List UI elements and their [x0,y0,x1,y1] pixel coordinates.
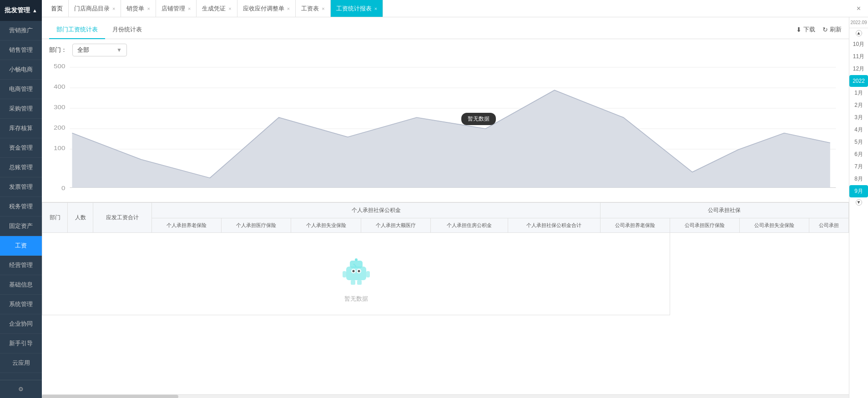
chart-container: 500 400 300 200 100 0 [49,61,842,197]
month-item-8[interactable]: 8月 [849,173,868,185]
col-dept: 部门 [42,203,68,233]
year-label: 2022.09 [850,20,867,25]
sidebar-item-xsyd[interactable]: 新手引导 [0,334,42,353]
sidebar-header[interactable]: 批发管理 ▲ [0,0,42,21]
col-company-unemployment: 公司承担失业保险 [740,218,809,233]
svg-text:200: 200 [54,124,65,131]
dept-select[interactable]: 全部 ▼ [72,44,127,56]
tab-shop-mgmt-close[interactable]: × [188,6,191,11]
sidebar-item-gz[interactable]: 工资 [0,236,42,256]
tab-salary-report-close[interactable]: × [374,6,377,11]
svg-rect-13 [343,271,346,277]
scroll-down-button[interactable]: ▼ [856,199,862,206]
download-button[interactable]: ⬇ 下载 [796,23,815,36]
month-item-7[interactable]: 7月 [849,161,868,173]
month-item-6[interactable]: 6月 [849,148,868,161]
close-all-icon: × [857,5,861,13]
tab-shop-mgmt[interactable]: 店铺管理 × [156,0,197,17]
tab-close-all-button[interactable]: × [853,5,864,13]
toolbar-right: ⬇ 下载 ↻ 刷新 [796,23,842,39]
tab-ar-ap-close[interactable]: × [287,6,290,11]
sub-tab-bar: 部门工资统计表 月份统计表 ⬇ 下载 ↻ 刷新 [42,17,849,39]
sidebar-item-xcdcs[interactable]: 小畅电商 [0,60,42,80]
svg-rect-16 [357,280,362,285]
sub-tab-dept-stats[interactable]: 部门工资统计表 [49,23,105,39]
sidebar-item-dscgl[interactable]: 电商管理 [0,80,42,99]
sidebar-title: 批发管理 [5,6,30,15]
chevron-down-icon: ▼ [116,47,122,53]
month-item-11[interactable]: 11月 [849,50,868,63]
col-personal-large-medical: 个人承担大额医疗 [361,218,430,233]
sidebar-item-yyyp[interactable]: 云应用 [0,353,42,373]
refresh-button[interactable]: ↻ 刷新 [823,23,842,36]
svg-point-20 [352,270,354,272]
horizontal-scrollbar[interactable] [42,394,849,398]
salary-table[interactable]: 部门 人数 应发工资合计 个人承担社保公积金 公司承担社保 个人承担养老保险 个… [42,202,849,394]
tab-shop-mgmt-label: 店铺管理 [161,5,185,13]
sidebar-item-fpgl[interactable]: 发票管理 [0,177,42,197]
sidebar-item-kchs[interactable]: 库存核算 [0,119,42,138]
sidebar-item-yxytg[interactable]: 营销推广 [0,21,42,40]
content-area: 部门工资统计表 月份统计表 ⬇ 下载 ↻ 刷新 [42,17,849,398]
svg-rect-14 [366,271,370,277]
sidebar-arrow-icon: ▲ [32,8,37,13]
sidebar-item-xtgl[interactable]: 系统管理 [0,295,42,314]
chart-area: 500 400 300 200 100 0 [42,61,849,202]
tab-salary[interactable]: 工资表 × [296,0,330,17]
sidebar-settings-button[interactable]: ⚙ [0,380,42,398]
month-item-10[interactable]: 10月 [849,38,868,50]
tab-produce-voucher-close[interactable]: × [228,6,231,11]
tab-shop-products[interactable]: 门店商品目录 × [69,0,121,17]
tab-salary-report[interactable]: 工资统计报表 × [331,0,383,17]
svg-rect-15 [351,280,355,285]
svg-point-23 [355,258,358,261]
tab-sales-order-close[interactable]: × [147,6,150,11]
col-total-salary: 应发工资合计 [93,203,152,233]
tab-sales-order[interactable]: 销货单 × [121,0,156,17]
sidebar-item-cggl[interactable]: 采购管理 [0,99,42,119]
gear-icon: ⚙ [18,386,24,393]
year-month-panel: 2022.09 ▲ 10月 11月 12月 2022 1月 2月 3月 4月 5… [849,17,868,398]
sidebar-item-qyxt[interactable]: 企业协同 [0,314,42,334]
month-item-1[interactable]: 1月 [849,87,868,99]
chart-area-fill [72,90,830,187]
tab-ar-ap[interactable]: 应收应付调整单 × [237,0,296,17]
col-personal-housing: 个人承担住房公积金 [430,218,508,233]
sidebar-item-zjgl[interactable]: 资金管理 [0,138,42,158]
month-item-9[interactable]: 9月 [849,185,868,197]
tab-produce-voucher[interactable]: 生成凭证 × [197,0,237,17]
year-item-2022[interactable]: 2022 [849,75,868,87]
filter-toolbar: 部门： 全部 ▼ [42,39,849,61]
refresh-icon: ↻ [823,26,828,33]
tab-shop-products-close[interactable]: × [112,6,115,11]
sub-tab-month-label: 月份统计表 [112,26,142,33]
tab-sales-order-label: 销货单 [126,5,144,13]
month-item-3[interactable]: 3月 [849,111,868,124]
month-item-4[interactable]: 4月 [849,124,868,136]
sidebar-item-xsgl[interactable]: 销售管理 [0,40,42,60]
download-label: 下载 [803,25,815,34]
tab-home[interactable]: 首页 [45,0,69,17]
scrollbar-thumb[interactable] [42,395,178,398]
year-panel-header: 2022.09 [849,17,868,28]
month-item-12[interactable]: 12月 [849,63,868,75]
empty-robot-icon [338,254,374,290]
col-personal-total: 个人承担社保公积金合计 [508,218,600,233]
sidebar-item-jygl[interactable]: 经营管理 [0,256,42,275]
dept-value: 全部 [77,46,89,54]
tab-salary-close[interactable]: × [322,6,324,11]
col-group-company: 公司承担社保 [600,203,848,218]
col-company-more: 公司承担 [809,218,849,233]
dept-label: 部门： [49,46,67,54]
month-item-2[interactable]: 2月 [849,99,868,111]
data-table: 部门 人数 应发工资合计 个人承担社保公积金 公司承担社保 个人承担养老保险 个… [42,202,849,315]
sidebar-item-gdzy[interactable]: 固定资产 [0,217,42,236]
sidebar-item-zzgl[interactable]: 总账管理 [0,158,42,177]
sidebar-item-swgl[interactable]: 税务管理 [0,197,42,217]
sub-tab-month-stats[interactable]: 月份统计表 [105,23,149,39]
sidebar-item-jcxx[interactable]: 基础信息 [0,275,42,295]
col-group-personal: 个人承担社保公积金 [152,203,601,218]
scroll-up-button[interactable]: ▲ [856,30,862,36]
svg-rect-12 [346,267,366,280]
month-item-5[interactable]: 5月 [849,136,868,148]
